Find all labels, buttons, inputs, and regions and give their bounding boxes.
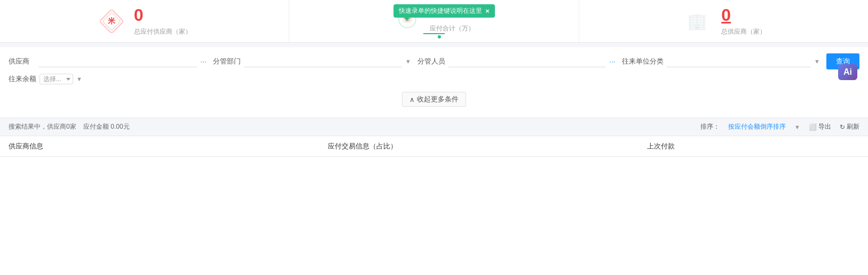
- balance-filter: 往来余额 选择... ▼: [9, 74, 137, 84]
- collapse-label: 收起更多条件: [417, 95, 459, 104]
- result-bar: 搜索结果中，供应商0家 应付金额 0.00元 排序： 按应付会额倒序排序 ▼ ⬜…: [0, 118, 868, 136]
- supplier-input[interactable]: [38, 56, 197, 67]
- dept-dropdown-icon[interactable]: ▼: [405, 58, 411, 65]
- supplier-more-icon[interactable]: ···: [200, 57, 207, 66]
- col-supplier-header: 供应商信息: [9, 142, 328, 151]
- person-input[interactable]: [448, 56, 606, 67]
- person-filter: 分管人员 ···: [417, 56, 616, 67]
- table-header: 供应商信息 应付交易信息（占比） 上次付款: [0, 136, 868, 157]
- total-suppliers-number: 0: [721, 6, 766, 25]
- filter-section: 供应商 ··· 分管部门 ▼ 分管人员 ··· 往来单位分类 ▼ 查询 往来余额…: [0, 47, 868, 118]
- unit-class-dropdown-icon[interactable]: ▼: [814, 58, 820, 65]
- result-summary: 搜索结果中，供应商0家 应付金额 0.00元: [9, 122, 130, 131]
- ai-badge[interactable]: Ai: [838, 64, 857, 80]
- result-actions: 排序： 按应付会额倒序排序 ▼ ⬜ 导出 ↻ 刷新: [700, 122, 859, 131]
- dept-label: 分管部门: [213, 57, 241, 66]
- person-more-icon[interactable]: ···: [609, 57, 616, 66]
- refresh-label: 刷新: [847, 122, 859, 131]
- unit-class-label: 往来单位分类: [622, 57, 664, 66]
- tooltip-bubble: 快速录单的快捷键说明在这里 ×: [393, 4, 495, 18]
- dept-input[interactable]: [244, 56, 402, 67]
- filter-row-1: 供应商 ··· 分管部门 ▼ 分管人员 ··· 往来单位分类 ▼ 查询: [9, 53, 859, 69]
- stat-payable-total: 🐷 0.00 应付合计（万） 快速录单的快捷键说明在这里 ×: [289, 0, 579, 42]
- building-icon: 🏢: [681, 11, 713, 32]
- tooltip-dot: [437, 34, 442, 40]
- collapse-up-icon: ∧: [409, 96, 415, 104]
- unit-class-input[interactable]: [667, 56, 811, 67]
- stat-payable-suppliers: 米 0 总应付供应商（家）: [0, 0, 289, 42]
- tooltip-close-btn[interactable]: ×: [485, 7, 490, 15]
- filter-row-2: 往来余额 选择... ▼: [9, 74, 859, 84]
- tooltip-line: [423, 33, 445, 34]
- col-lastpay-header: 上次付款: [647, 142, 860, 151]
- stats-bar: 米 0 总应付供应商（家） 🐷 0.00 应付合计（万） 快速录单的快捷键说明在…: [0, 0, 868, 43]
- payable-suppliers-number: 0: [134, 6, 192, 25]
- collapse-row: ∧ 收起更多条件: [9, 89, 859, 115]
- export-label: 导出: [818, 122, 831, 131]
- supplier-filter: 供应商 ···: [9, 56, 207, 67]
- result-amount-text: 应付金额 0.00元: [83, 123, 130, 130]
- export-icon: ⬜: [809, 123, 817, 131]
- refresh-icon: ↻: [840, 123, 845, 131]
- collapse-btn[interactable]: ∧ 收起更多条件: [402, 92, 466, 107]
- refresh-btn[interactable]: ↻ 刷新: [840, 122, 859, 131]
- unit-class-filter: 往来单位分类 ▼: [622, 56, 820, 67]
- sort-value[interactable]: 按应付会额倒序排序: [728, 122, 786, 131]
- payable-suppliers-label: 总应付供应商（家）: [134, 27, 192, 36]
- tooltip-text: 快速录单的快捷键说明在这里: [399, 6, 482, 15]
- sort-label: 排序：: [700, 122, 720, 131]
- supplier-label: 供应商: [9, 57, 35, 66]
- col-payable-header: 应付交易信息（占比）: [328, 142, 647, 151]
- balance-select[interactable]: 选择...: [40, 74, 73, 84]
- dept-filter: 分管部门 ▼: [213, 56, 411, 67]
- person-label: 分管人员: [417, 57, 445, 66]
- table-body: [0, 157, 868, 275]
- balance-label: 往来余额: [9, 74, 36, 84]
- total-suppliers-label: 总供应商（家）: [721, 27, 766, 36]
- export-btn[interactable]: ⬜ 导出: [809, 122, 831, 131]
- diamond-logo-icon: 米: [98, 7, 125, 35]
- sort-dropdown-icon[interactable]: ▼: [794, 124, 800, 130]
- payable-total-label: 应付合计（万）: [430, 24, 475, 33]
- balance-dropdown-icon[interactable]: ▼: [76, 76, 82, 82]
- svg-text:米: 米: [107, 17, 116, 25]
- stat-total-suppliers: 🏢 0 总供应商（家）: [579, 0, 868, 42]
- result-summary-text: 搜索结果中，供应商0家: [9, 123, 76, 130]
